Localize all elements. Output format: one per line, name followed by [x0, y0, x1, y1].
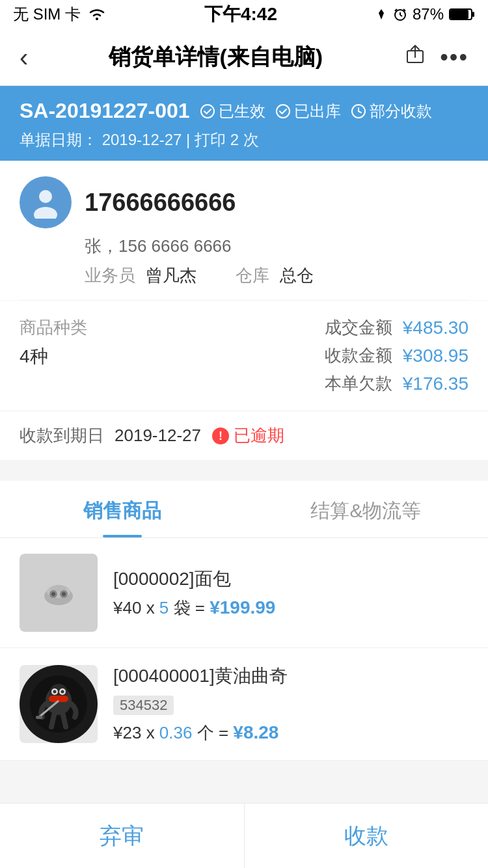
order-id: SA-20191227-001: [20, 99, 190, 123]
type-label: 商品种类: [20, 316, 87, 339]
stats-left: 商品种类 4种: [20, 316, 87, 369]
stats-section: 商品种类 4种 成交金额 ¥485.30 收款金额 ¥308.95 本单欠款 ¥…: [0, 301, 488, 411]
sim-status: 无 SIM 卡: [13, 4, 81, 25]
more-icon[interactable]: •••: [440, 44, 468, 71]
due-section: 收款到期日 2019-12-27 ! 已逾期: [0, 411, 488, 460]
product-total-1: ¥199.99: [210, 597, 275, 617]
svg-point-31: [53, 690, 57, 694]
svg-line-14: [359, 111, 361, 113]
check-circle-icon-1: [200, 104, 215, 118]
payment-row: 收款金额 ¥308.95: [325, 344, 468, 367]
product-thumb-2: [20, 665, 98, 743]
share-icon[interactable]: [403, 43, 427, 72]
svg-point-15: [39, 190, 52, 203]
debt-value: ¥176.35: [403, 373, 468, 394]
wifi-icon: [87, 7, 107, 21]
badge-effective: 已生效: [200, 101, 265, 122]
back-button[interactable]: ‹: [20, 44, 28, 70]
status-left: 无 SIM 卡: [13, 4, 107, 25]
customer-section: 17666666666 张，156 6666 6666 业务员 曾凡杰 仓库 总…: [0, 161, 488, 300]
person-icon: [29, 186, 62, 219]
svg-point-11: [277, 105, 290, 118]
due-label: 收款到期日: [20, 424, 104, 447]
staff-label: 业务员: [85, 264, 135, 287]
product-name-2: [000400001]黄油曲奇: [113, 664, 468, 688]
header-date-info: 单据日期： 2019-12-27 | 打印 2 次: [20, 129, 468, 150]
avatar: [20, 176, 72, 228]
payment-label: 收款金额: [325, 344, 392, 367]
overdue-icon: !: [211, 427, 230, 445]
svg-text:!: !: [219, 429, 223, 442]
bread-placeholder-icon: [39, 573, 78, 612]
status-time: 下午4:42: [204, 2, 277, 27]
svg-point-23: [51, 592, 55, 596]
header-banner: SA-20191227-001 已生效 已出库 部分收款 单据日期：: [0, 86, 488, 161]
status-bar: 无 SIM 卡 下午4:42 87%: [0, 0, 488, 29]
badge-partial: 部分收款: [351, 101, 432, 122]
debt-label: 本单欠款: [325, 372, 392, 395]
payment-value: ¥308.95: [403, 346, 468, 366]
debt-row: 本单欠款 ¥176.35: [325, 372, 468, 395]
tabs-section: 销售商品 结算&物流等: [0, 481, 488, 538]
product-name-1: [0000002]面包: [113, 567, 468, 591]
status-right: 87%: [375, 5, 475, 23]
product-price-2: ¥23 x 0.36 个 = ¥8.28: [113, 722, 468, 744]
amount-label: 成交金额: [325, 316, 392, 339]
product-logo-icon: [23, 668, 94, 740]
staff-name: 曾凡杰: [146, 264, 197, 287]
alarm-icon: [393, 7, 407, 21]
bottom-bar: 弃审 收款: [0, 803, 488, 868]
svg-rect-35: [36, 716, 42, 719]
product-price-1: ¥40 x 5 袋 = ¥199.99: [113, 597, 468, 619]
product-thumb-1: [20, 554, 98, 632]
product-item-2: [000400001]黄油曲奇 534532 ¥23 x 0.36 个 = ¥8…: [0, 648, 488, 761]
svg-point-0: [96, 18, 98, 20]
type-count: 4种: [20, 344, 87, 369]
location-icon: [375, 8, 388, 21]
svg-point-24: [62, 592, 66, 596]
nav-bar: ‹ 销货单详情(来自电脑) •••: [0, 29, 488, 86]
svg-line-3: [400, 15, 402, 16]
overdue-badge: ! 已逾期: [211, 424, 284, 447]
product-info-2: [000400001]黄油曲奇 534532 ¥23 x 0.36 个 = ¥8…: [113, 664, 468, 744]
check-circle-icon-2: [276, 104, 290, 118]
product-total-2: ¥8.28: [233, 722, 278, 742]
tab-settlement[interactable]: 结算&物流等: [244, 481, 488, 537]
overdue-text: 已逾期: [234, 424, 284, 447]
battery-icon: [449, 7, 475, 21]
page-title: 销货单详情(来自电脑): [28, 42, 403, 72]
nav-right-icons: •••: [403, 43, 468, 72]
stats-right: 成交金额 ¥485.30 收款金额 ¥308.95 本单欠款 ¥176.35: [325, 316, 468, 395]
svg-point-16: [34, 207, 57, 219]
customer-meta: 业务员 曾凡杰 仓库 总仓: [20, 264, 468, 287]
customer-top: 17666666666: [20, 176, 468, 228]
clock-icon: [351, 104, 366, 118]
warehouse-name: 总仓: [280, 264, 314, 287]
due-date: 2019-12-27: [115, 426, 201, 446]
product-item-1: [0000002]面包 ¥40 x 5 袋 = ¥199.99: [0, 538, 488, 648]
customer-id: 17666666666: [85, 189, 236, 217]
svg-rect-8: [472, 12, 474, 17]
amount-row: 成交金额 ¥485.30: [325, 316, 468, 339]
battery-percent: 87%: [413, 5, 444, 23]
customer-name: 张，156 6666 6666: [20, 235, 468, 258]
product-info-1: [0000002]面包 ¥40 x 5 袋 = ¥199.99: [113, 567, 468, 619]
svg-point-10: [201, 105, 214, 118]
warehouse-label: 仓库: [236, 264, 269, 287]
collect-payment-button[interactable]: 收款: [245, 804, 489, 868]
tab-sales-products[interactable]: 销售商品: [0, 481, 244, 537]
svg-point-32: [61, 690, 64, 694]
product-tag-2: 534532: [113, 696, 174, 715]
section-divider: [0, 460, 488, 470]
svg-rect-7: [450, 10, 468, 19]
products-list: [0000002]面包 ¥40 x 5 袋 = ¥199.99: [0, 538, 488, 761]
amount-value: ¥485.30: [403, 318, 468, 338]
badge-shipped: 已出库: [276, 101, 341, 122]
stats-row: 商品种类 4种 成交金额 ¥485.30 收款金额 ¥308.95 本单欠款 ¥…: [20, 316, 468, 395]
cancel-audit-button[interactable]: 弃审: [0, 804, 245, 868]
